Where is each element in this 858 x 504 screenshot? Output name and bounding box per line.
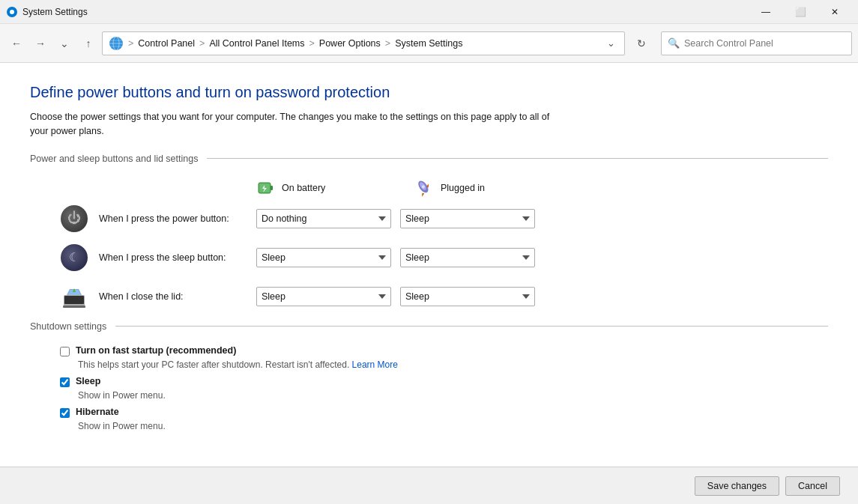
cancel-button[interactable]: Cancel — [785, 476, 840, 496]
breadcrumb-sep-3: > — [385, 38, 390, 49]
address-dropdown-button[interactable]: ⌄ — [604, 37, 618, 49]
close-button[interactable]: ✕ — [818, 0, 852, 24]
back-button[interactable]: ← — [6, 33, 27, 54]
sleep-button-row: When I press the sleep button: Sleep Do … — [30, 243, 828, 272]
breadcrumb-current: System Settings — [395, 38, 462, 49]
power-button-icon — [60, 204, 88, 233]
system-settings-icon — [6, 6, 18, 18]
title-bar-controls: — ⬜ ✕ — [749, 0, 852, 24]
title-bar-title: System Settings — [22, 7, 88, 17]
hibernate-checkbox[interactable] — [60, 408, 70, 418]
address-bar: > Control Panel > All Control Panel Item… — [102, 31, 625, 55]
save-changes-button[interactable]: Save changes — [695, 476, 779, 496]
svg-marker-13 — [420, 192, 425, 196]
sleep-checkbox-row: Sleep — [30, 376, 828, 387]
bottom-bar: Save changes Cancel — [0, 467, 858, 504]
laptop-lid-icon — [61, 283, 88, 310]
battery-icon — [255, 177, 276, 198]
sleep-checkbox[interactable] — [60, 377, 70, 387]
power-sleep-section-label: Power and sleep buttons and lid settings — [30, 154, 198, 164]
sleep-button-plugged-in-select[interactable]: Sleep Do nothing Hibernate Shut down Tur… — [400, 248, 535, 267]
on-battery-label: On battery — [282, 183, 325, 193]
up-button[interactable]: ↑ — [78, 33, 99, 54]
sleep-button-on-battery-select[interactable]: Sleep Do nothing Hibernate Shut down Tur… — [256, 248, 391, 267]
sleep-button-label: When I press the sleep button: — [99, 252, 256, 263]
sleep-desc: Show in Power menu. — [48, 390, 828, 401]
sleep-icon-circle — [61, 244, 88, 271]
page-title: Define power buttons and turn on passwor… — [30, 84, 828, 101]
search-box: 🔍 — [661, 31, 852, 55]
learn-more-link[interactable]: Learn More — [352, 359, 398, 370]
sleep-description-text: Show in Power menu. — [78, 390, 166, 401]
breadcrumb-power-options[interactable]: Power Options — [319, 38, 381, 49]
lid-icon — [60, 282, 88, 311]
breadcrumb-sep-0: > — [128, 38, 133, 49]
power-icon-circle — [61, 205, 88, 232]
globe-icon — [109, 36, 124, 51]
power-sleep-section-divider: Power and sleep buttons and lid settings — [30, 154, 828, 164]
power-button-on-battery-select[interactable]: Do nothing Sleep Hibernate Shut down Tur… — [256, 209, 391, 228]
hibernate-checkbox-label: Hibernate — [76, 407, 119, 417]
sleep-checkbox-label: Sleep — [76, 376, 100, 386]
svg-rect-18 — [63, 306, 85, 308]
fast-startup-desc: This helps start your PC faster after sh… — [48, 359, 828, 370]
shutdown-section-divider: Shutdown settings — [30, 321, 828, 332]
forward-button[interactable]: → — [30, 33, 51, 54]
plugged-in-label: Plugged in — [441, 183, 485, 193]
section-line-2 — [115, 326, 828, 327]
search-icon: 🔍 — [668, 37, 680, 49]
plugged-in-header: Plugged in — [414, 177, 564, 198]
power-button-label: When I press the power button: — [99, 213, 256, 224]
fast-startup-checkbox[interactable] — [60, 347, 70, 356]
svg-point-1 — [10, 10, 14, 14]
breadcrumb-sep-1: > — [199, 38, 205, 49]
section-line-1 — [207, 158, 828, 159]
fast-startup-description-text: This helps start your PC faster after sh… — [78, 359, 352, 370]
restore-button[interactable]: ⬜ — [783, 0, 818, 24]
lid-on-battery-select[interactable]: Sleep Do nothing Hibernate Shut down Tur… — [256, 287, 391, 306]
title-bar-left: System Settings — [6, 6, 88, 18]
hibernate-desc: Show in Power menu. — [48, 421, 828, 431]
lid-plugged-in-select[interactable]: Sleep Do nothing Hibernate Shut down Tur… — [400, 287, 535, 306]
search-input[interactable] — [684, 38, 845, 49]
shutdown-section-label: Shutdown settings — [30, 321, 106, 332]
nav-bar: ← → ⌄ ↑ > Control Panel > All Control Pa… — [0, 24, 858, 63]
power-button-plugged-in-select[interactable]: Sleep Do nothing Hibernate Shut down Tur… — [400, 209, 535, 228]
fast-startup-row: Turn on fast startup (recommended) — [30, 345, 828, 356]
recent-button[interactable]: ⌄ — [54, 33, 75, 54]
breadcrumb-sep-2: > — [309, 38, 315, 49]
shutdown-section: Shutdown settings Turn on fast startup (… — [30, 321, 828, 431]
refresh-button[interactable]: ↻ — [631, 33, 652, 54]
fast-startup-label: Turn on fast startup (recommended) — [76, 345, 236, 356]
breadcrumb-control-panel[interactable]: Control Panel — [138, 38, 195, 49]
main-content: Define power buttons and turn on passwor… — [0, 63, 858, 504]
page-description: Choose the power settings that you want … — [30, 110, 570, 139]
sleep-button-icon — [60, 243, 88, 272]
minimize-button[interactable]: — — [749, 0, 783, 24]
breadcrumb-all-items[interactable]: All Control Panel Items — [209, 38, 304, 49]
hibernate-checkbox-row: Hibernate — [30, 407, 828, 418]
hibernate-description-text: Show in Power menu. — [78, 421, 166, 431]
svg-rect-8 — [271, 186, 273, 190]
column-headers: On battery Plugged in — [30, 177, 828, 198]
svg-rect-17 — [64, 296, 84, 304]
lid-row: When I close the lid: Sleep Do nothing H… — [30, 282, 828, 311]
lid-label: When I close the lid: — [99, 291, 256, 302]
on-battery-header: On battery — [255, 177, 405, 198]
power-button-row: When I press the power button: Do nothin… — [30, 204, 828, 233]
title-bar: System Settings — ⬜ ✕ — [0, 0, 858, 24]
plugged-in-icon — [414, 177, 435, 198]
